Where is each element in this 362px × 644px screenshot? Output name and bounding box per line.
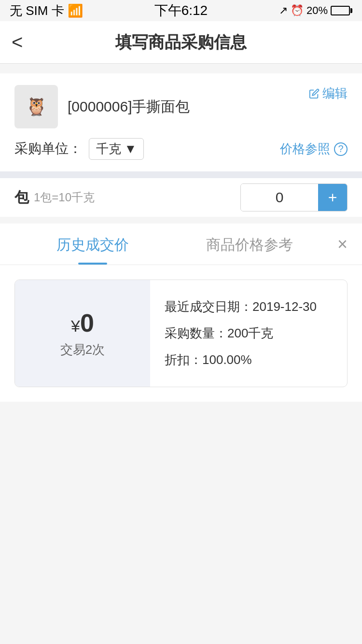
price-ref-button[interactable]: 价格参照 ?: [280, 140, 348, 157]
product-meta: 采购单位： 千克 ▼ 价格参照 ?: [14, 138, 348, 160]
nav-bar: < 填写商品采购信息: [0, 21, 362, 64]
discount-label: 折扣：: [165, 352, 202, 367]
tab-history-label: 历史成交价: [56, 237, 129, 252]
alarm-icon: ⏰: [291, 4, 304, 17]
edit-icon: [309, 88, 320, 99]
purchase-qty-row: 采购数量：200千克: [165, 324, 333, 343]
discount-value: 100.00%: [202, 352, 252, 367]
battery-icon: [331, 6, 352, 15]
info-icon: ?: [334, 142, 348, 156]
qty-unit-label: 包: [14, 188, 29, 208]
qty-sub-label: 1包=10千克: [34, 190, 240, 205]
quantity-row: 包 1包=10千克 +: [0, 178, 362, 217]
tab-product-label: 商品价格参考: [206, 237, 293, 252]
product-logo: 🦉: [26, 97, 47, 117]
unit-section: 采购单位： 千克 ▼: [14, 138, 144, 160]
back-button[interactable]: <: [12, 31, 23, 53]
recent-date-label: 最近成交日期：: [165, 299, 252, 314]
status-left: 无 SIM 卡 📶: [10, 2, 83, 19]
tab-content: ¥0 交易2次 最近成交日期：2019-12-30 采购数量：200千克 折扣：…: [0, 265, 362, 402]
section-divider: [0, 171, 362, 178]
tabs-section: 历史成交价 商品价格参考 × ¥0 交易2次 最近成交日期：2019-12-30…: [0, 224, 362, 402]
price-value: 0: [80, 309, 94, 337]
unit-value: 千克: [96, 140, 121, 157]
recent-date-row: 最近成交日期：2019-12-30: [165, 297, 333, 316]
edit-label: 编辑: [322, 85, 348, 102]
qty-plus-button[interactable]: +: [318, 184, 347, 211]
recent-date-value: 2019-12-30: [252, 299, 317, 314]
qty-input-group: +: [240, 183, 348, 211]
tab-underline: [78, 263, 107, 265]
product-header: 🦉 [0000006]手撕面包 编辑: [14, 85, 348, 128]
tabs-header: 历史成交价 商品价格参考 ×: [0, 224, 362, 265]
unit-selector[interactable]: 千克 ▼: [89, 138, 144, 160]
price-ref-label: 价格参照: [280, 140, 330, 157]
product-card: 🦉 [0000006]手撕面包 编辑 采购单位： 千克 ▼ 价格参照 ?: [0, 73, 362, 171]
unit-label: 采购单位：: [14, 141, 82, 156]
product-thumbnail: 🦉: [14, 85, 58, 128]
trade-count: 交易2次: [60, 341, 105, 358]
price-symbol: ¥: [71, 317, 80, 335]
discount-row: 折扣：100.00%: [165, 350, 333, 369]
history-price-section: ¥0 交易2次: [15, 280, 150, 387]
tab-product-price[interactable]: 商品价格参考: [171, 224, 327, 265]
edit-button[interactable]: 编辑: [309, 85, 348, 102]
page-title: 填写商品采购信息: [115, 31, 247, 54]
qty-input[interactable]: [241, 184, 318, 211]
chevron-down-icon: ▼: [124, 141, 137, 156]
status-right: ↗ ⏰ 20%: [279, 4, 352, 17]
tab-close-button[interactable]: ×: [328, 226, 348, 262]
status-time: 下午6:12: [154, 1, 208, 20]
product-left: 🦉 [0000006]手撕面包: [14, 85, 190, 128]
history-detail-section: 最近成交日期：2019-12-30 采购数量：200千克 折扣：100.00%: [150, 280, 347, 387]
history-price-display: ¥0: [71, 308, 94, 337]
history-card: ¥0 交易2次 最近成交日期：2019-12-30 采购数量：200千克 折扣：…: [14, 280, 348, 387]
product-name: [0000006]手撕面包: [68, 97, 190, 117]
purchase-qty-label: 采购数量：: [165, 326, 227, 340]
battery-percent: 20%: [306, 4, 328, 17]
status-bar: 无 SIM 卡 📶 下午6:12 ↗ ⏰ 20%: [0, 0, 362, 21]
location-icon: ↗: [279, 4, 288, 17]
tab-history-price[interactable]: 历史成交价: [14, 224, 171, 265]
purchase-qty-value: 200千克: [227, 326, 273, 340]
